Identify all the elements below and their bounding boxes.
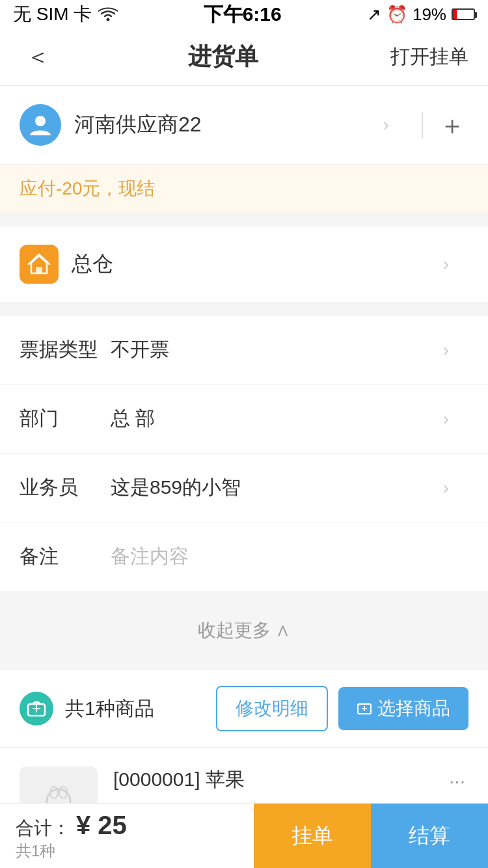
invoice-value: 不开票: [111, 336, 443, 363]
select-product-button[interactable]: 选择商品: [338, 687, 468, 730]
invoice-chevron-icon: ›: [443, 340, 449, 360]
person-icon: [27, 112, 53, 138]
select-icon: [357, 701, 372, 716]
hang-button[interactable]: 挂单: [254, 804, 371, 868]
svg-point-0: [107, 18, 110, 21]
warehouse-icon: [20, 245, 59, 284]
remark-row[interactable]: 备注 备注内容: [0, 522, 488, 591]
supplier-avatar: [20, 104, 61, 146]
wifi-icon: [98, 7, 118, 21]
home-icon: [27, 252, 51, 276]
edit-detail-button[interactable]: 修改明细: [216, 686, 328, 731]
select-product-label: 选择商品: [377, 696, 450, 721]
product-more-button[interactable]: ···: [446, 766, 468, 795]
products-icon: [20, 692, 53, 726]
form-section: 票据类型 不开票 › 部门 总 部 › 业务员 这是859的小智 › 备注 备注…: [0, 315, 488, 591]
product-code: [0000001]: [113, 768, 200, 790]
status-indicators: ↗ ⏰ 19%: [367, 5, 475, 25]
salesperson-value: 这是859的小智: [111, 474, 443, 501]
bottom-bar: 合计： ¥ 25 共1种 挂单 结算: [0, 803, 488, 868]
location-icon: ↗: [367, 5, 381, 25]
supplier-section: 河南供应商22 › ＋ 应付-20元，现结: [0, 86, 488, 213]
svg-rect-2: [36, 267, 42, 273]
salesperson-row[interactable]: 业务员 这是859的小智 ›: [0, 453, 488, 522]
department-row[interactable]: 部门 总 部 ›: [0, 384, 488, 453]
warehouse-section: 总仓 ›: [0, 226, 488, 302]
total-amount: ¥ 25: [76, 811, 127, 839]
products-count: 共1种商品: [65, 696, 216, 722]
back-button[interactable]: ＜: [20, 34, 56, 79]
total-section: 合计： ¥ 25 共1种: [0, 804, 254, 868]
supplier-row[interactable]: 河南供应商22 › ＋: [0, 86, 488, 165]
remark-placeholder[interactable]: 备注内容: [111, 543, 468, 570]
remark-label: 备注: [20, 543, 98, 570]
warehouse-row[interactable]: 总仓 ›: [0, 226, 488, 302]
status-time: 下午6:16: [204, 1, 282, 28]
department-chevron-icon: ›: [443, 409, 449, 429]
collapse-bar[interactable]: 收起更多 ∧: [0, 604, 488, 657]
products-header: 共1种商品 修改明细 选择商品: [0, 670, 488, 748]
checkout-button[interactable]: 结算: [371, 804, 488, 868]
status-bar: 无 SIM 卡 下午6:16 ↗ ⏰ 19%: [0, 0, 488, 29]
warehouse-chevron-icon: ›: [443, 254, 449, 275]
collapse-label: 收起更多 ∧: [198, 620, 291, 640]
supplier-divider: [422, 112, 423, 138]
supplier-name: 河南供应商22: [74, 111, 383, 139]
status-carrier: 无 SIM 卡: [13, 2, 118, 27]
total-row: 合计： ¥ 25: [16, 811, 238, 841]
battery-icon: [452, 8, 475, 20]
product-title: 苹果: [206, 768, 245, 790]
add-supplier-button[interactable]: ＋: [436, 107, 468, 143]
open-hang-button[interactable]: 打开挂单: [390, 44, 468, 70]
salesperson-chevron-icon: ›: [443, 478, 449, 498]
total-count: 共1种: [16, 841, 238, 861]
department-label: 部门: [20, 405, 98, 432]
total-label: 合计：: [16, 818, 70, 838]
supplier-chevron-icon: ›: [383, 115, 389, 135]
product-name: [0000001] 苹果: [113, 766, 446, 793]
page-title: 进货单: [188, 41, 258, 73]
nav-bar: ＜ 进货单 打开挂单: [0, 29, 488, 86]
svg-point-1: [35, 116, 46, 126]
supplier-info-banner: 应付-20元，现结: [0, 165, 488, 213]
cart-icon: [27, 699, 46, 718]
department-value: 总 部: [111, 405, 443, 432]
invoice-label: 票据类型: [20, 336, 98, 363]
alarm-icon: ⏰: [386, 5, 407, 25]
warehouse-name: 总仓: [72, 250, 443, 278]
battery-percent: 19%: [413, 5, 446, 25]
salesperson-label: 业务员: [20, 474, 98, 501]
invoice-row[interactable]: 票据类型 不开票 ›: [0, 315, 488, 384]
